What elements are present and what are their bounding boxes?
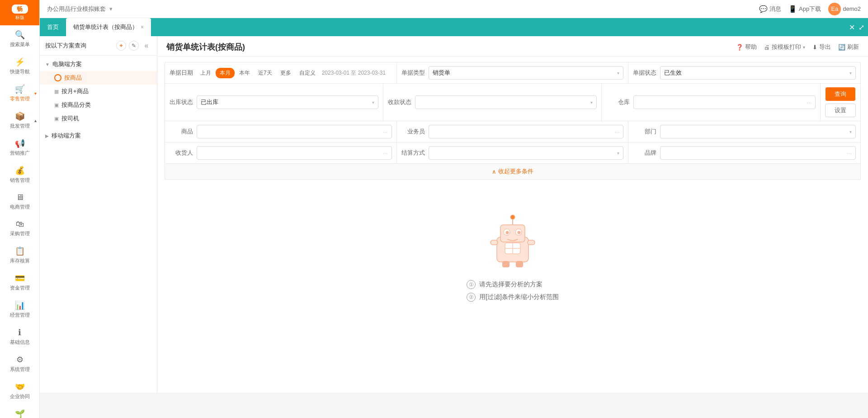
empty-tips: ① 请先选择要分析的方案 ② 用[过滤]条件来缩小分析范围 bbox=[467, 280, 559, 302]
full-layout: 按以下方案查询 + ✎ « ▼ 电脑端方案 bbox=[40, 36, 868, 393]
svg-point-5 bbox=[518, 231, 521, 234]
receiptstatus-label: 收款状态 bbox=[388, 98, 411, 106]
sidebar-item-inventory[interactable]: 📋 库存核算 bbox=[0, 242, 39, 269]
brand-dots: ··· bbox=[847, 150, 852, 157]
tip2-text: 用[过滤]条件来缩小分析范围 bbox=[479, 293, 559, 301]
sidebar-item-quicknav[interactable]: ⚡ 快捷导航 bbox=[0, 52, 39, 80]
print-btn[interactable]: 🖨 按模板打印 ▾ bbox=[764, 43, 805, 51]
desktop-group-arrow: ▼ bbox=[45, 62, 50, 67]
empty-tip-2: ② 用[过滤]条件来缩小分析范围 bbox=[467, 293, 559, 302]
close-window-btn[interactable]: ✕ bbox=[849, 23, 855, 32]
expand-btn[interactable]: ⤢ bbox=[859, 23, 864, 32]
doctype-select[interactable]: 销货单 ▾ bbox=[429, 66, 624, 80]
receiver-input[interactable]: ··· bbox=[197, 146, 392, 160]
sidebar-item-ecommerce[interactable]: 🖥 电商管理 bbox=[0, 188, 39, 215]
receiver-dots: ··· bbox=[383, 150, 388, 157]
scheme-item-by-goods[interactable]: 按商品 bbox=[40, 71, 157, 85]
sidebar-item-sales[interactable]: 💰 销售管理 bbox=[0, 161, 39, 188]
refresh-btn[interactable]: 🔄 刷新 bbox=[838, 43, 859, 51]
warehouse-select[interactable]: ··· bbox=[633, 95, 816, 109]
sidebar-item-enterprise[interactable]: 🤝 企业协同 bbox=[0, 377, 39, 404]
query-btn[interactable]: 查询 bbox=[826, 87, 855, 101]
scheme-item-month-goods[interactable]: ▦ 按月+商品 bbox=[40, 85, 157, 98]
department-select[interactable]: ▾ bbox=[660, 125, 856, 138]
print-chevron: ▾ bbox=[803, 45, 805, 50]
sales-icon: 💰 bbox=[15, 166, 25, 176]
breadcrumb-dropdown-icon[interactable]: ▾ bbox=[109, 5, 113, 12]
sidebar: 畅 标版 🔍 搜索菜单 ⚡ 快捷导航 🛒 零售管理 ▾ 📦 批发管理 ▴ 📢 营… bbox=[0, 0, 40, 418]
main-content: 销货单统计表(按商品) ❓ 帮助 🖨 按模板打印 ▾ ⬇ 导出 bbox=[157, 36, 868, 393]
tab-home[interactable]: 首页 bbox=[40, 18, 66, 36]
date-btn-last-month[interactable]: 上月 bbox=[197, 68, 215, 78]
page-title-actions: ❓ 帮助 🖨 按模板打印 ▾ ⬇ 导出 🔄 刷新 bbox=[736, 43, 859, 51]
settlement-label: 结算方式 bbox=[401, 149, 425, 157]
sidebar-item-retail[interactable]: 🛒 零售管理 ▾ bbox=[0, 80, 39, 107]
date-btn-this-month[interactable]: 本月 bbox=[216, 68, 235, 78]
scheme-panel: 按以下方案查询 + ✎ « ▼ 电脑端方案 bbox=[40, 36, 157, 393]
sidebar-item-operations[interactable]: 📊 经营管理 bbox=[0, 296, 39, 323]
salesman-input[interactable]: ··· bbox=[429, 125, 624, 138]
doctype-label: 单据类型 bbox=[401, 69, 425, 77]
outstatus-select[interactable]: 已出库 ▾ bbox=[197, 95, 378, 109]
user-avatar-area[interactable]: Ea demo2 bbox=[828, 3, 861, 15]
scheme-group-mobile-title[interactable]: ▶ 移动端方案 bbox=[40, 129, 157, 142]
scheme-add-btn[interactable]: + bbox=[116, 41, 126, 51]
scheme-edit-btn[interactable]: ✎ bbox=[129, 41, 139, 51]
radio-active-icon bbox=[54, 74, 61, 81]
export-btn[interactable]: ⬇ 导出 bbox=[812, 43, 831, 51]
scheme-group-mobile: ▶ 移动端方案 bbox=[40, 127, 157, 144]
tab-active[interactable]: 销货单统计表（按商品） × bbox=[66, 18, 151, 36]
sidebar-item-search[interactable]: 🔍 搜索菜单 bbox=[0, 25, 39, 52]
svg-rect-9 bbox=[516, 261, 523, 267]
mobile-group-arrow: ▶ bbox=[45, 133, 49, 138]
retail-arrow: ▾ bbox=[34, 91, 37, 96]
date-btn-7days[interactable]: 近7天 bbox=[255, 68, 276, 78]
goods-category-icon: ▣ bbox=[54, 102, 59, 108]
settlement-select[interactable]: ▾ bbox=[429, 146, 624, 160]
tab-close-btn[interactable]: × bbox=[141, 24, 144, 30]
scheme-item-goods-category[interactable]: ▣ 按商品分类 bbox=[40, 98, 157, 112]
doctype-chevron: ▾ bbox=[617, 71, 619, 76]
sidebar-item-purchase[interactable]: 🛍 采购管理 bbox=[0, 215, 39, 242]
filter-row-3: 商品 ··· 业务员 ··· 部门 bbox=[165, 121, 861, 142]
date-label: 单据日期 bbox=[170, 69, 193, 77]
app-download-btn[interactable]: 📱 App下载 bbox=[788, 5, 821, 13]
empty-illustration bbox=[483, 212, 542, 271]
edit-icon: ✎ bbox=[132, 43, 136, 49]
scheme-group-desktop-title[interactable]: ▼ 电脑端方案 bbox=[40, 57, 157, 71]
filter-docstatus-cell: 单据状态 已生效 ▾ bbox=[628, 62, 860, 83]
sidebar-item-system[interactable]: ⚙ 系统管理 bbox=[0, 350, 39, 377]
print-icon: 🖨 bbox=[764, 44, 770, 51]
empty-tip-1: ① 请先选择要分析的方案 bbox=[467, 280, 559, 289]
active-tab-label: 销货单统计表（按商品） bbox=[73, 23, 138, 31]
finance-icon: 💳 bbox=[15, 273, 25, 283]
scheme-collapse-btn[interactable]: « bbox=[142, 41, 151, 51]
message-btn[interactable]: 💬 消息 bbox=[759, 5, 781, 13]
filter-receiver-cell: 收货人 ··· bbox=[165, 142, 397, 163]
sidebar-item-marketing[interactable]: 📢 营销推广 bbox=[0, 134, 39, 161]
scheme-item-driver[interactable]: ▣ 按司机 bbox=[40, 112, 157, 125]
receiver-label: 收货人 bbox=[170, 149, 193, 157]
sidebar-item-newbie[interactable]: 🌱 新手引导 bbox=[0, 404, 39, 418]
docstatus-select[interactable]: 已生效 ▾ bbox=[660, 66, 856, 80]
basic-icon: ℹ bbox=[18, 328, 21, 337]
brand-label: 品牌 bbox=[633, 149, 656, 157]
date-btn-more[interactable]: 更多 bbox=[277, 68, 295, 78]
date-btn-custom[interactable]: 自定义 bbox=[296, 68, 319, 78]
search-icon: 🔍 bbox=[15, 30, 25, 40]
home-tab-label: 首页 bbox=[47, 23, 59, 31]
purchase-icon: 🛍 bbox=[16, 219, 24, 229]
receiptstatus-select[interactable]: ▾ bbox=[415, 95, 597, 109]
date-btn-this-year[interactable]: 本年 bbox=[236, 68, 254, 78]
settings-btn[interactable]: 设置 bbox=[825, 104, 856, 117]
collapse-bar[interactable]: ∧ 收起更多条件 bbox=[165, 164, 861, 180]
sidebar-item-finance[interactable]: 💳 资金管理 bbox=[0, 269, 39, 296]
wholesale-arrow: ▴ bbox=[34, 118, 37, 123]
logo-icon: 畅 bbox=[12, 5, 28, 14]
help-btn[interactable]: ❓ 帮助 bbox=[736, 43, 757, 51]
brand-input[interactable]: ··· bbox=[660, 146, 856, 160]
filter-row-4: 收货人 ··· 结算方式 ▾ 品牌 bbox=[165, 142, 861, 164]
sidebar-item-basic[interactable]: ℹ 基础信息 bbox=[0, 323, 39, 350]
sidebar-item-wholesale[interactable]: 📦 批发管理 ▴ bbox=[0, 107, 39, 134]
goods-input[interactable]: ··· bbox=[197, 125, 392, 138]
